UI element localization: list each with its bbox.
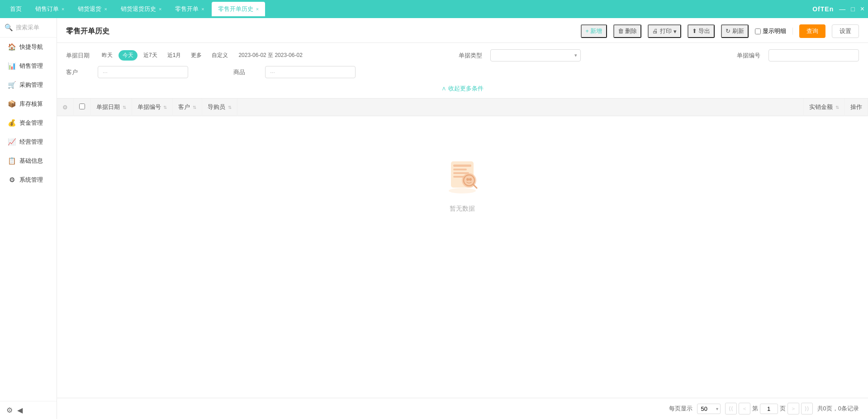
customer-input-wrap[interactable]: ··· (98, 66, 188, 78)
doc-type-label: 单据类型 (459, 52, 486, 60)
main-layout: 🔍 搜索采单 🏠快捷导航📊销售管理🛒采购管理📦库存核算💰资金管理📈经营管理📋基础… (0, 18, 868, 419)
th-date[interactable]: 单据日期 ⇅ (91, 99, 132, 116)
page-title: 零售开单历史 (66, 27, 109, 36)
sidebar-item-资金管理[interactable]: 💰资金管理 (0, 113, 57, 132)
sidebar-search-label: 搜索采单 (16, 24, 39, 32)
settings-icon: ⚙ (62, 104, 68, 111)
export-button[interactable]: ⬆ 导出 (688, 24, 715, 38)
sidebar-label-采购管理: 采购管理 (19, 81, 43, 89)
empty-state-cell: 暂无数据 (57, 116, 868, 250)
sidebar-icon-库存核算: 📦 (8, 100, 16, 108)
doc-num-input[interactable] (773, 52, 854, 59)
sidebar-label-快捷导航: 快捷导航 (19, 43, 43, 51)
select-all-checkbox[interactable] (79, 104, 85, 109)
nav-tab-销货退货[interactable]: 销货退货× (71, 2, 113, 16)
settings-button[interactable]: 设置 (832, 24, 859, 38)
th-settings[interactable]: ⚙ (57, 99, 74, 116)
sidebar-label-经营管理: 经营管理 (19, 138, 43, 146)
page-size-select[interactable]: 50 10 20 100 (697, 404, 721, 414)
th-operation-label: 操作 (850, 104, 862, 110)
nav-tab-销货退货历史[interactable]: 销货退货历史× (114, 2, 168, 16)
nav-tab-零售开单历史[interactable]: 零售开单历史× (212, 2, 265, 16)
th-amount-label: 实销金额 (809, 104, 833, 110)
product-ellipsis: ··· (270, 69, 275, 75)
print-button[interactable]: 🖨 打印 ▾ (648, 24, 681, 38)
sidebar-label-基础信息: 基础信息 (19, 157, 43, 165)
sidebar-icon-资金管理: 💰 (8, 119, 16, 127)
nav-tab-label: 零售开单历史 (218, 5, 253, 13)
sidebar-icon-采购管理: 🛒 (8, 81, 16, 89)
th-docnum[interactable]: 单据编号 ⇅ (132, 99, 173, 116)
refresh-button[interactable]: ↻ 刷新 (721, 24, 749, 38)
sidebar-item-库存核算[interactable]: 📦库存核算 (0, 94, 57, 113)
sidebar-search[interactable]: 🔍 搜索采单 (0, 18, 57, 38)
nav-tab-close-icon[interactable]: × (159, 6, 161, 12)
filter-row-1: 单据日期 昨天今天近7天近1月更多自定义 2023-06-02 至 2023-0… (66, 49, 859, 61)
th-guide[interactable]: 导购员 ⇅ (202, 99, 237, 116)
settings-footer-icon[interactable]: ⚙ (6, 406, 13, 414)
delete-button[interactable]: 🗑 删除 (613, 24, 642, 38)
date-btn-近7天[interactable]: 近7天 (139, 50, 161, 61)
sidebar-item-经营管理[interactable]: 📈经营管理 (0, 132, 57, 151)
next-page-btn[interactable]: ＞ (787, 403, 799, 414)
sidebar-label-系统管理: 系统管理 (19, 176, 43, 184)
prev-page-btn[interactable]: ＜ (739, 403, 750, 414)
doc-type-select-wrap: ▾ (490, 49, 581, 61)
show-detail-checkbox-wrap[interactable]: 显示明细 (755, 27, 786, 35)
table-area: ⚙ 单据日期 ⇅ 单据编号 ⇅ (57, 99, 868, 398)
nav-tab-close-icon[interactable]: × (104, 6, 107, 12)
nav-tab-首页[interactable]: 首页 (4, 2, 28, 16)
th-checkbox[interactable] (74, 99, 91, 116)
sidebar-item-快捷导航[interactable]: 🏠快捷导航 (0, 38, 57, 56)
date-btn-近1月[interactable]: 近1月 (163, 50, 185, 61)
date-btn-自定义[interactable]: 自定义 (208, 50, 232, 61)
collapse-button[interactable]: ∧ 收起更多条件 (438, 83, 487, 94)
print-label: 🖨 打印 (652, 27, 672, 35)
product-input-wrap[interactable]: ··· (265, 66, 356, 78)
close-btn[interactable]: × (860, 5, 864, 13)
filter-collapse-row: ∧ 收起更多条件 (66, 83, 859, 94)
sidebar-item-销售管理[interactable]: 📊销售管理 (0, 56, 57, 75)
collapse-sidebar-icon[interactable]: ◀ (17, 406, 23, 414)
sidebar-item-基础信息[interactable]: 📋基础信息 (0, 151, 57, 170)
window-actions: OfTEn — □ × (812, 5, 864, 13)
nav-tab-close-icon[interactable]: × (62, 6, 64, 12)
page-size-label: 每页显示 (669, 405, 693, 413)
first-page-btn[interactable]: ⟨⟨ (725, 403, 737, 414)
show-detail-label: 显示明细 (763, 27, 786, 35)
date-btn-今天[interactable]: 今天 (119, 50, 138, 61)
nav-tab-close-icon[interactable]: × (201, 6, 204, 12)
th-customer-label: 客户 (178, 104, 190, 110)
svg-rect-2 (453, 165, 471, 167)
sidebar-item-采购管理[interactable]: 🛒采购管理 (0, 75, 57, 94)
date-btn-更多[interactable]: 更多 (187, 50, 206, 61)
nav-tab-零售开单[interactable]: 零售开单× (169, 2, 210, 16)
nav-tab-label: 首页 (10, 5, 22, 13)
sidebar-item-系统管理[interactable]: ⚙系统管理 (0, 170, 57, 189)
page-header: 零售开单历史 + 新增 🗑 删除 🖨 打印 ▾ ⬆ 导出 ↻ 刷新 显示明细 查… (57, 18, 868, 43)
doc-type-select[interactable] (490, 49, 581, 61)
header-actions: + 新增 🗑 删除 🖨 打印 ▾ ⬆ 导出 ↻ 刷新 显示明细 查询 设置 (581, 24, 859, 38)
date-btn-昨天[interactable]: 昨天 (98, 50, 117, 61)
maximize-btn[interactable]: □ (851, 5, 854, 13)
search-icon: 🔍 (5, 24, 13, 32)
date-range: 2023-06-02 至 2023-06-02 (238, 52, 302, 59)
th-amount[interactable]: 实销金额 ⇅ (804, 99, 845, 116)
sidebar-icon-基础信息: 📋 (8, 157, 16, 165)
minimize-btn[interactable]: — (839, 5, 845, 13)
last-page-btn[interactable]: ⟩⟩ (801, 403, 813, 414)
show-detail-checkbox[interactable] (755, 28, 761, 34)
query-button[interactable]: 查询 (799, 24, 825, 38)
top-nav: 首页销售订单×销货退货×销货退货历史×零售开单×零售开单历史× OfTEn — … (0, 0, 868, 18)
sidebar-label-库存核算: 库存核算 (19, 100, 43, 108)
content-area: 零售开单历史 + 新增 🗑 删除 🖨 打印 ▾ ⬆ 导出 ↻ 刷新 显示明细 查… (57, 18, 868, 419)
svg-point-0 (449, 188, 476, 193)
sidebar-label-资金管理: 资金管理 (19, 119, 43, 127)
add-button[interactable]: + 新增 (581, 24, 607, 38)
nav-tab-销售订单[interactable]: 销售订单× (29, 2, 71, 16)
svg-point-10 (469, 178, 472, 181)
product-label: 商品 (233, 68, 261, 76)
page-number-input[interactable] (760, 404, 778, 414)
nav-tab-close-icon[interactable]: × (256, 6, 259, 12)
th-customer[interactable]: 客户 ⇅ (173, 99, 202, 116)
